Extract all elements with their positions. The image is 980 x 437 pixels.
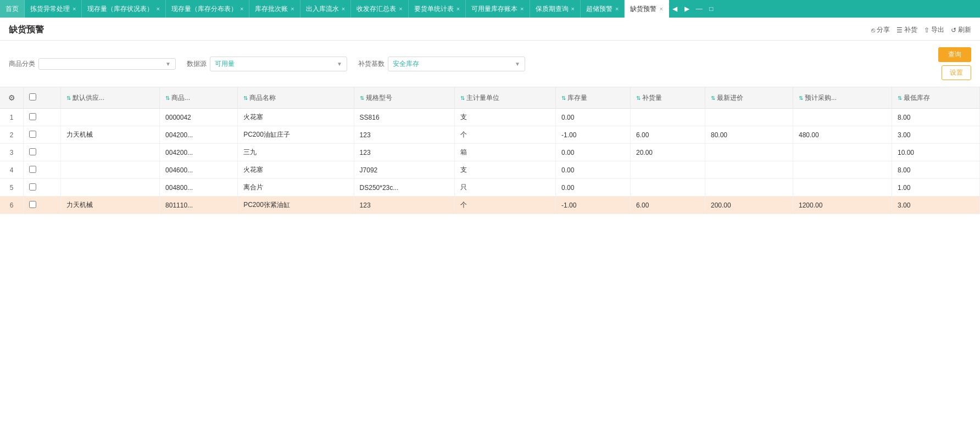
row-supplier-1: 力天机械 <box>61 126 160 144</box>
tab-close-inout-flow[interactable]: × <box>342 5 345 12</box>
replenish-button[interactable]: ☰ 补货 <box>897 25 917 35</box>
col-default-supplier-sort-icon: ⇅ <box>66 95 71 101</box>
tab-close-receipt-summary[interactable]: × <box>399 5 402 12</box>
row-checkbox-1[interactable] <box>24 126 61 144</box>
row-replenish-3 <box>630 161 705 179</box>
col-latest-price: ⇅ 最新进价 <box>705 87 793 109</box>
row-unit-0: 支 <box>454 109 555 126</box>
tab-receipt-summary[interactable]: 收发存汇总表 × <box>351 0 408 18</box>
share-icon: ⎋ <box>871 26 875 34</box>
row-spec-4: DS250*23c... <box>354 179 454 197</box>
category-arrow-icon: ▼ <box>165 61 171 67</box>
replenish-base-value: 安全库存 <box>393 59 419 69</box>
page-header: 缺货预警 ⎋ 分享 ☰ 补货 ⇧ 导出 ↺ 刷新 <box>0 18 980 41</box>
col-product-name-sort-icon: ⇅ <box>243 95 248 101</box>
tab-inout-flow[interactable]: 出入库流水 × <box>300 0 351 18</box>
main-content: 缺货预警 ⎋ 分享 ☰ 补货 ⇧ 导出 ↺ 刷新 商品分类 <box>0 18 980 437</box>
row-unit-5: 个 <box>454 197 555 214</box>
col-min-stock-sort-icon: ⇅ <box>898 95 902 101</box>
table-row: 1 0000042 火花塞 SS816 支 0.00 8.00 <box>0 109 980 126</box>
category-select[interactable]: ▼ <box>38 58 176 70</box>
table-container: ⚙ ⇅ 默认供应... ⇅ 商品... <box>0 87 980 214</box>
datasource-filter-group: 数据源 可用量 ▼ <box>187 57 347 71</box>
datasource-select[interactable]: 可用量 ▼ <box>210 57 347 71</box>
row-code-4: 004800... <box>160 179 238 197</box>
tab-close-inventory-status[interactable]: × <box>156 5 159 12</box>
row-num-4: 5 <box>0 179 24 197</box>
col-replenish-qty: ⇅ 补货量 <box>630 87 705 109</box>
row-supplier-2 <box>61 144 160 161</box>
col-estimated-sort-icon: ⇅ <box>799 95 803 101</box>
table-row: 2 力天机械 004200... PC200油缸庄子 123 个 -1.00 6… <box>0 126 980 144</box>
tab-shortage[interactable]: 缺货预警 × <box>625 0 669 18</box>
tab-available-ledger[interactable]: 可用量库存账本 × <box>466 0 530 18</box>
row-stock-5: -1.00 <box>555 197 630 214</box>
tab-close-exception[interactable]: × <box>73 5 76 12</box>
replenish-icon: ☰ <box>897 26 903 34</box>
tab-close-overstock[interactable]: × <box>615 5 619 12</box>
row-unit-3: 支 <box>454 161 555 179</box>
col-replenish-sort-icon: ⇅ <box>636 95 641 101</box>
table-body: 1 0000042 火花塞 SS816 支 0.00 8.00 2 力天机械 0… <box>0 109 980 214</box>
row-checkbox-4[interactable] <box>24 179 61 197</box>
tab-close-available-ledger[interactable]: × <box>520 5 524 12</box>
row-price-5: 200.00 <box>705 197 793 214</box>
tab-next-btn[interactable]: ▶ <box>681 0 693 18</box>
shortage-table: ⚙ ⇅ 默认供应... ⇅ 商品... <box>0 87 980 214</box>
column-settings-icon[interactable]: ⚙ <box>5 92 18 104</box>
col-default-supplier: ⇅ 默认供应... <box>61 87 160 109</box>
col-estimated-purchase: ⇅ 预计采购... <box>793 87 892 109</box>
col-spec-sort-icon: ⇅ <box>360 95 364 101</box>
row-estimated-5: 1200.00 <box>793 197 892 214</box>
row-estimated-1: 480.00 <box>793 126 892 144</box>
table-header-row: ⚙ ⇅ 默认供应... ⇅ 商品... <box>0 87 980 109</box>
tab-close-order-stat[interactable]: × <box>456 5 460 12</box>
tab-close-expiry-query[interactable]: × <box>571 5 575 12</box>
tab-inventory-dist[interactable]: 现存量（库存分布表） × <box>166 0 249 18</box>
row-checkbox-0[interactable] <box>24 109 61 126</box>
row-num-3: 4 <box>0 161 24 179</box>
tab-inventory-status[interactable]: 现存量（库存状况表） × <box>82 0 165 18</box>
col-gear: ⚙ <box>0 87 24 109</box>
row-name-0: 火花塞 <box>238 109 354 126</box>
row-spec-2: 123 <box>354 144 454 161</box>
replenish-base-filter-group: 补货基数 安全库存 ▼ <box>358 57 525 71</box>
row-checkbox-3[interactable] <box>24 161 61 179</box>
row-minstock-5: 3.00 <box>892 197 980 214</box>
row-unit-4: 只 <box>454 179 555 197</box>
tab-overstock[interactable]: 超储预警 × <box>581 0 625 18</box>
row-code-0: 0000042 <box>160 109 238 126</box>
row-minstock-0: 8.00 <box>892 109 980 126</box>
refresh-icon: ↺ <box>951 26 956 34</box>
tab-expiry-query[interactable]: 保质期查询 × <box>530 0 581 18</box>
export-button[interactable]: ⇧ 导出 <box>924 25 944 35</box>
row-checkbox-2[interactable] <box>24 144 61 161</box>
tab-close-inventory-dist[interactable]: × <box>240 5 243 12</box>
datasource-label: 数据源 <box>187 59 207 69</box>
tab-home[interactable]: 首页 <box>0 0 25 18</box>
query-button[interactable]: 查询 <box>938 47 971 62</box>
row-minstock-2: 10.00 <box>892 144 980 161</box>
row-spec-5: 123 <box>354 197 454 214</box>
row-minstock-1: 3.00 <box>892 126 980 144</box>
tab-prev-btn[interactable]: ◀ <box>669 0 681 18</box>
tab-close-batch-account[interactable]: × <box>291 5 294 12</box>
share-button[interactable]: ⎋ 分享 <box>871 25 890 35</box>
tab-batch-account[interactable]: 库存批次账 × <box>249 0 300 18</box>
refresh-button[interactable]: ↺ 刷新 <box>951 25 971 35</box>
row-price-3 <box>705 161 793 179</box>
tab-exception[interactable]: 拣货异常处理 × <box>25 0 82 18</box>
select-all-checkbox[interactable] <box>29 93 36 100</box>
row-num-0: 1 <box>0 109 24 126</box>
filter-bar: 商品分类 ▼ 数据源 可用量 ▼ 补货基数 安全库存 ▼ 查询 设置 <box>0 41 980 87</box>
row-supplier-0 <box>61 109 160 126</box>
replenish-base-select[interactable]: 安全库存 ▼ <box>388 57 525 71</box>
row-checkbox-5[interactable] <box>24 197 61 214</box>
row-unit-2: 箱 <box>454 144 555 161</box>
settings-button[interactable]: 设置 <box>942 65 971 80</box>
tab-maximize-btn[interactable]: □ <box>705 0 717 18</box>
tab-minimize-btn[interactable]: — <box>693 0 705 18</box>
row-price-4 <box>705 179 793 197</box>
tab-order-stat[interactable]: 要货单统计表 × <box>409 0 466 18</box>
tab-close-shortage[interactable]: × <box>659 5 662 12</box>
